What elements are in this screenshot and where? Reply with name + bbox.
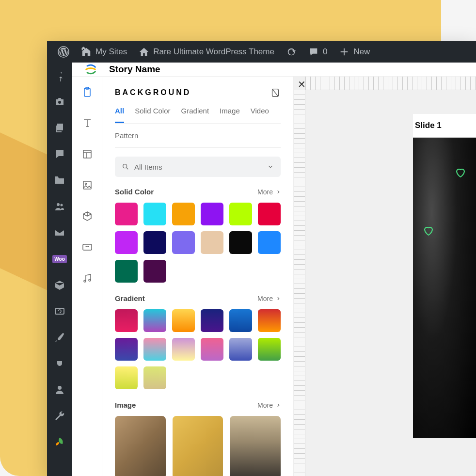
editor-header: Story Name: [72, 63, 476, 77]
my-sites-label: My Sites: [95, 47, 127, 57]
tab-video[interactable]: Video: [251, 107, 269, 123]
gradient-swatch[interactable]: [172, 309, 195, 332]
tool-image[interactable]: [80, 178, 94, 192]
color-swatch[interactable]: [229, 203, 252, 225]
image-thumbnail[interactable]: [115, 416, 166, 476]
sidebar-item-mail[interactable]: [53, 226, 66, 239]
mail-icon: [54, 227, 65, 238]
gradient-swatch[interactable]: [115, 338, 138, 361]
tab-all[interactable]: All: [115, 107, 124, 123]
gradient-swatch[interactable]: [143, 366, 166, 389]
link-box-icon: [54, 305, 65, 317]
tab-solid-color[interactable]: Solid Color: [135, 107, 170, 123]
sidebar-item-products[interactable]: [53, 279, 66, 291]
color-swatch[interactable]: [201, 203, 223, 225]
color-swatch[interactable]: [115, 203, 138, 225]
color-swatch[interactable]: [172, 203, 195, 225]
my-sites-menu[interactable]: My Sites: [76, 41, 132, 63]
chevron-right-icon: [276, 403, 281, 408]
tool-text[interactable]: [80, 116, 94, 130]
image-thumbnails: [115, 416, 281, 476]
sidebar-item-user[interactable]: [53, 383, 66, 396]
search-all-items[interactable]: All Items: [115, 157, 281, 177]
sidebar-item-appearance[interactable]: [53, 331, 66, 344]
users-icon: [54, 201, 65, 212]
tool-3d[interactable]: [80, 209, 94, 223]
gradient-swatch[interactable]: [201, 338, 223, 361]
wp-logo-menu[interactable]: [53, 41, 74, 63]
more-image-button[interactable]: More: [257, 401, 281, 409]
color-swatch[interactable]: [143, 260, 166, 283]
tab-pattern[interactable]: Pattern: [115, 131, 281, 140]
color-swatch[interactable]: [143, 203, 166, 225]
chevron-down-icon: [267, 163, 274, 170]
sidebar-item-comments[interactable]: [53, 148, 66, 160]
svg-rect-3: [55, 308, 64, 314]
gradient-swatch[interactable]: [143, 338, 166, 361]
color-swatch[interactable]: [172, 231, 195, 254]
tab-image[interactable]: Image: [220, 107, 240, 123]
new-label: New: [353, 47, 370, 57]
tool-background[interactable]: [80, 85, 94, 99]
sidebar-item-users[interactable]: [53, 200, 66, 213]
site-name-label: Rare Ultimate WordPress Theme: [153, 47, 274, 57]
gradient-swatch[interactable]: [172, 338, 195, 361]
tool-embed[interactable]: [80, 240, 94, 254]
sidebar-item-pages[interactable]: [53, 122, 66, 134]
gradient-swatch[interactable]: [229, 338, 252, 361]
sidebar-item-media[interactable]: [53, 95, 66, 108]
svg-rect-7: [83, 150, 91, 158]
tool-audio[interactable]: [80, 271, 94, 285]
color-swatch[interactable]: [143, 231, 166, 254]
box-icon: [54, 279, 65, 291]
image-thumbnail[interactable]: [173, 416, 223, 476]
tab-gradient[interactable]: Gradient: [181, 107, 209, 123]
leaf-icon: [54, 436, 65, 448]
wp-adminbar: My Sites Rare Ultimate WordPress Theme 0…: [47, 41, 476, 63]
color-swatch[interactable]: [115, 231, 138, 254]
sidebar-item-pin[interactable]: [53, 69, 66, 82]
close-panel-button[interactable]: ✕: [297, 79, 306, 89]
sidebar-item-last[interactable]: [53, 436, 66, 448]
gradient-swatch[interactable]: [258, 309, 281, 332]
no-background-icon[interactable]: [270, 87, 281, 98]
color-swatch[interactable]: [258, 231, 281, 254]
sidebar-item-plugins[interactable]: [53, 357, 66, 370]
wordpress-logo-icon: [58, 46, 69, 58]
new-content-menu[interactable]: New: [334, 41, 375, 63]
gradient-swatch[interactable]: [201, 309, 223, 332]
music-icon: [81, 272, 93, 284]
wp-admin-sidebar: Woo: [47, 63, 72, 476]
sidebar-item-folder[interactable]: [53, 174, 66, 187]
site-name-menu[interactable]: Rare Ultimate WordPress Theme: [134, 41, 279, 63]
color-swatch[interactable]: [229, 231, 252, 254]
gradient-swatch[interactable]: [115, 366, 138, 389]
more-gradient-button[interactable]: More: [257, 295, 281, 302]
slide-strip: Slide 1: [413, 114, 476, 438]
color-swatch[interactable]: [115, 260, 138, 283]
svg-point-11: [84, 280, 86, 282]
heart-icon: [455, 167, 466, 178]
image-thumbnail[interactable]: [230, 416, 281, 476]
slide-preview[interactable]: [413, 138, 476, 438]
gradient-swatch[interactable]: [229, 309, 252, 332]
pin-icon: [54, 70, 65, 81]
tool-layout[interactable]: [80, 147, 94, 161]
updates-menu[interactable]: [281, 41, 301, 63]
wordpress-window: My Sites Rare Ultimate WordPress Theme 0…: [47, 41, 476, 476]
search-icon: [122, 163, 129, 171]
sidebar-item-link[interactable]: [53, 305, 66, 317]
gradient-swatch[interactable]: [115, 309, 138, 332]
more-label: More: [257, 188, 273, 196]
story-title[interactable]: Story Name: [109, 64, 160, 75]
slide-label[interactable]: Slide 1: [413, 114, 476, 138]
sidebar-item-tools[interactable]: [53, 410, 66, 422]
color-swatch[interactable]: [201, 231, 223, 254]
background-panel: BACKGROUND All Solid Color Gradient Imag…: [102, 77, 294, 476]
more-solid-button[interactable]: More: [257, 188, 281, 196]
sidebar-item-woo[interactable]: Woo: [53, 253, 66, 265]
comments-menu[interactable]: 0: [303, 41, 332, 63]
color-swatch[interactable]: [258, 203, 281, 225]
gradient-swatch[interactable]: [143, 309, 166, 332]
gradient-swatch[interactable]: [258, 338, 281, 361]
